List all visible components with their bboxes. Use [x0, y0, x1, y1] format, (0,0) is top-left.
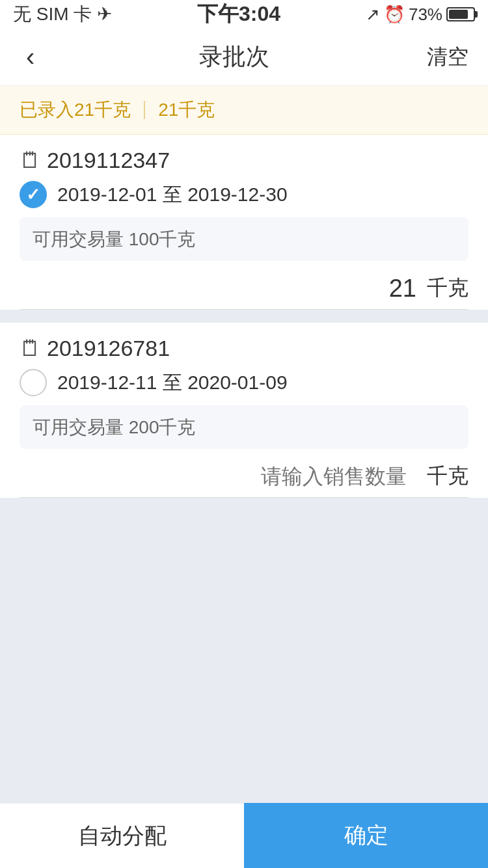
batch-card-2: 🗒 2019126781 2019-12-11 至 2020-01-09 可用交…: [0, 323, 488, 498]
battery-icon: [446, 7, 475, 21]
info-divider: [144, 101, 145, 119]
batch-date-row-2: 2019-12-11 至 2020-01-09: [20, 369, 468, 396]
availability-text-1: 可用交易量 100千克: [33, 229, 196, 249]
batch-date-2: 2019-12-11 至 2020-01-09: [57, 370, 288, 396]
quantity-input-2[interactable]: [20, 465, 416, 489]
battery-percent: 73%: [409, 5, 442, 25]
batch-icon-1: 🗒: [20, 148, 42, 173]
batch-header-2: 🗒 2019126781: [20, 336, 468, 361]
bottom-action-bar: 自动分配 确定: [0, 803, 488, 868]
nav-bar: ‹ 录批次 清空: [0, 29, 488, 86]
radio-button-1[interactable]: [20, 181, 47, 208]
status-time: 下午3:04: [197, 0, 280, 29]
availability-box-1: 可用交易量 100千克: [20, 217, 468, 261]
quantity-unit-2: 千克: [427, 462, 468, 491]
quantity-row-2[interactable]: 千克: [0, 449, 488, 497]
batch-card-1: 🗒 2019112347 2019-12-01 至 2019-12-30 可用交…: [0, 135, 488, 310]
status-left: 无 SIM 卡 ✈: [13, 2, 112, 27]
empty-area: [0, 498, 488, 830]
batch-id-2: 2019126781: [47, 336, 170, 361]
clear-button[interactable]: 清空: [427, 43, 468, 72]
batch-icon-2: 🗒: [20, 336, 42, 361]
batch-date-1: 2019-12-01 至 2019-12-30: [57, 182, 288, 208]
status-right: ↗ ⏰ 73%: [366, 5, 475, 25]
batch-header-1: 🗒 2019112347: [20, 148, 468, 173]
batch-id-1: 2019112347: [47, 148, 170, 173]
auto-distribute-button[interactable]: 自动分配: [0, 803, 244, 868]
recorded-amount: 已录入21千克: [20, 98, 131, 122]
availability-box-2: 可用交易量 200千克: [20, 405, 468, 449]
radio-button-2[interactable]: [20, 369, 47, 396]
page-title: 录批次: [199, 41, 269, 73]
info-banner: 已录入21千克 21千克: [0, 86, 488, 135]
quantity-row-1: 21 千克: [0, 261, 488, 309]
sim-text: 无 SIM 卡 ✈: [13, 2, 112, 27]
confirm-button[interactable]: 确定: [244, 803, 488, 868]
section-separator: [0, 310, 488, 323]
batch-date-row-1: 2019-12-01 至 2019-12-30: [20, 181, 468, 208]
quantity-unit-1: 千克: [427, 274, 468, 303]
availability-text-2: 可用交易量 200千克: [33, 417, 196, 437]
location-icon: ↗: [366, 5, 380, 25]
quantity-value-1: 21: [389, 275, 416, 303]
status-bar: 无 SIM 卡 ✈ 下午3:04 ↗ ⏰ 73%: [0, 0, 488, 29]
back-button[interactable]: ‹: [20, 36, 41, 78]
amount-value: 21千克: [158, 98, 215, 122]
alarm-icon: ⏰: [384, 5, 405, 25]
